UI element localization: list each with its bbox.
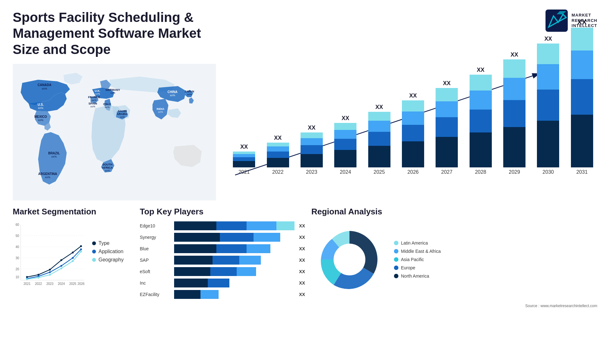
svg-text:CHINA: CHINA — [167, 90, 178, 94]
bar-2028: XX 2028 — [465, 67, 496, 175]
bottom-content: Market Segmentation 60 50 40 30 — [0, 200, 610, 302]
svg-text:GERMANY: GERMANY — [105, 88, 120, 91]
legend-geography: Geography — [92, 257, 124, 263]
legend-type: Type — [92, 240, 124, 246]
svg-text:10: 10 — [16, 275, 19, 279]
bar-2022: XX 2022 — [262, 135, 293, 175]
segmentation-chart-svg: 60 50 40 30 20 10 2021 2022 2023 2024 20… — [13, 221, 86, 291]
svg-text:xx%: xx% — [170, 94, 175, 97]
player-name-esoft: eSoft — [140, 269, 172, 274]
regional-legend: Latin America Middle East & Africa Asia … — [394, 240, 441, 279]
svg-text:2021: 2021 — [24, 282, 31, 286]
svg-text:2022: 2022 — [35, 282, 42, 286]
player-bar-blue — [174, 244, 295, 253]
svg-text:xx%: xx% — [95, 92, 100, 95]
player-name-ezfacility: EZFacility — [140, 292, 172, 297]
bar-2026: XX 2026 — [398, 92, 428, 175]
player-value-inc: XX — [299, 280, 305, 286]
svg-point-61 — [80, 245, 82, 247]
segmentation-section: Market Segmentation 60 50 40 30 — [13, 207, 133, 299]
legend-middle-east-africa: Middle East & Africa — [394, 249, 441, 254]
legend-application-label: Application — [98, 249, 123, 254]
player-value-esoft: XX — [299, 269, 305, 274]
svg-text:xx%: xx% — [45, 176, 50, 179]
player-edge10: Edge10 XX — [140, 221, 305, 230]
svg-point-72 — [72, 260, 74, 262]
svg-text:2023: 2023 — [46, 282, 54, 286]
player-bar-inc — [174, 279, 295, 287]
svg-text:xx%: xx% — [38, 118, 43, 122]
svg-text:FRANCE: FRANCE — [88, 96, 100, 99]
svg-text:INDIA: INDIA — [157, 107, 165, 111]
legend-apac-dot — [394, 257, 398, 262]
players-section: Top Key Players Edge10 XX Synergy — [140, 207, 305, 299]
svg-point-71 — [60, 267, 62, 269]
legend-geography-label: Geography — [98, 257, 124, 263]
legend-na-dot — [394, 274, 398, 278]
svg-point-70 — [49, 274, 51, 276]
player-sap: SAP XX — [140, 256, 305, 265]
svg-text:ARGENTINA: ARGENTINA — [38, 172, 57, 176]
svg-text:BRAZIL: BRAZIL — [48, 152, 60, 155]
legend-type-label: Type — [98, 240, 110, 246]
svg-text:40: 40 — [16, 245, 19, 249]
player-name-blue: Blue — [140, 246, 172, 251]
player-bar-esoft — [174, 267, 295, 276]
player-value-sap: XX — [299, 258, 305, 263]
svg-text:JAPAN: JAPAN — [185, 90, 194, 93]
legend-latin-america: Latin America — [394, 240, 441, 246]
source-text: Source : www.marketresearchintellect.com — [0, 302, 610, 310]
svg-text:xx%: xx% — [42, 87, 47, 90]
legend-mea-label: Middle East & Africa — [401, 249, 441, 254]
legend-europe-dot — [394, 266, 398, 270]
page-title: Sports Facility Scheduling & Management … — [13, 10, 267, 57]
legend-europe-label: Europe — [401, 265, 415, 270]
svg-point-64 — [49, 271, 51, 273]
legend-north-america: North America — [394, 273, 441, 279]
svg-point-58 — [49, 269, 51, 271]
svg-text:60: 60 — [16, 223, 19, 226]
player-bar-edge10 — [174, 221, 295, 230]
world-map-svg: CANADA xx% U.S. xx% MEXICO xx% BRAZIL xx… — [13, 64, 216, 200]
svg-text:U.K.: U.K. — [95, 89, 100, 92]
svg-text:50: 50 — [16, 234, 19, 238]
svg-text:xx%: xx% — [38, 106, 43, 110]
svg-text:AFRICA: AFRICA — [102, 166, 113, 169]
legend-apac-label: Asia Pacific — [401, 257, 424, 262]
svg-point-74 — [334, 244, 365, 275]
legend-geography-dot — [92, 258, 96, 262]
bar-2031: XX 2031 — [567, 18, 597, 175]
legend-latin-america-label: Latin America — [401, 240, 428, 246]
map-section: CANADA xx% U.S. xx% MEXICO xx% BRAZIL xx… — [13, 64, 216, 200]
svg-text:2025: 2025 — [69, 282, 77, 286]
bar-2027: XX 2027 — [431, 80, 462, 175]
svg-text:MEXICO: MEXICO — [34, 115, 47, 118]
regional-title: Regional Analysis — [311, 207, 597, 217]
player-value-ezfacility: XX — [299, 292, 305, 297]
svg-text:xx%: xx% — [90, 105, 95, 108]
players-list: Edge10 XX Synergy XX — [140, 221, 305, 299]
player-name-edge10: Edge10 — [140, 223, 172, 228]
player-inc: Inc XX — [140, 279, 305, 287]
svg-text:ITALY: ITALY — [103, 103, 111, 106]
player-name-sap: SAP — [140, 258, 172, 263]
svg-text:SPAIN: SPAIN — [89, 102, 97, 105]
seg-legend: Type Application Geography — [92, 240, 124, 293]
svg-text:xx%: xx% — [105, 169, 110, 172]
svg-text:2024: 2024 — [58, 282, 65, 286]
legend-application: Application — [92, 249, 124, 254]
svg-text:xx%: xx% — [110, 91, 115, 94]
svg-text:U.S.: U.S. — [37, 103, 44, 106]
player-value-blue: XX — [299, 246, 305, 251]
players-title: Top Key Players — [140, 207, 305, 217]
svg-text:xx%: xx% — [92, 99, 96, 102]
player-blue: Blue XX — [140, 244, 305, 253]
svg-text:xx%: xx% — [51, 155, 57, 158]
legend-north-america-label: North America — [401, 273, 429, 279]
legend-mea-dot — [394, 249, 398, 253]
legend-application-dot — [92, 250, 96, 253]
bar-2029: XX 2029 — [499, 51, 530, 175]
svg-text:xx%: xx% — [120, 116, 125, 118]
svg-text:xx%: xx% — [158, 111, 163, 113]
regional-section: Regional Analysis — [311, 207, 597, 299]
